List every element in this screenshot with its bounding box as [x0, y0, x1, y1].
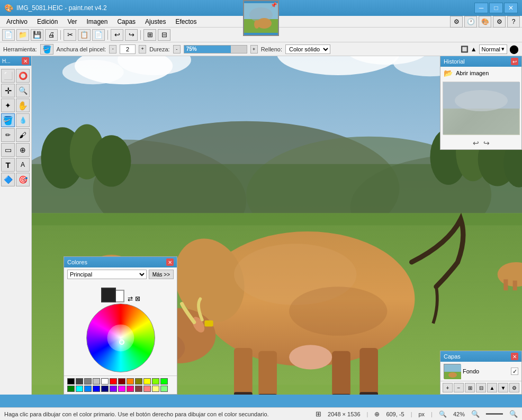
- gear2-icon[interactable]: ⚙: [493, 16, 506, 28]
- swatch-red[interactable]: [110, 378, 117, 385]
- menu-imagen[interactable]: Imagen: [82, 17, 112, 26]
- pan-tool[interactable]: ✋: [16, 99, 30, 112]
- swatch-dred[interactable]: [118, 378, 125, 385]
- brush-size-decrease[interactable]: -: [109, 45, 116, 53]
- paste-button[interactable]: 📄: [92, 29, 105, 41]
- swap-colors-icon[interactable]: ⇄: [128, 295, 133, 302]
- swatch-lgray[interactable]: [93, 378, 100, 385]
- foreground-color[interactable]: [101, 288, 116, 302]
- layer-settings-button[interactable]: ⚙: [509, 383, 519, 392]
- swatch-cyan[interactable]: [76, 386, 83, 392]
- duplicate-layer-button[interactable]: ⊞: [465, 383, 475, 392]
- text-tool[interactable]: T: [1, 158, 15, 172]
- cut-button[interactable]: ✂: [64, 29, 76, 41]
- menu-edicion[interactable]: Edición: [33, 17, 62, 26]
- magic-wand-tool[interactable]: ✦: [1, 99, 15, 112]
- menu-archivo[interactable]: Archivo: [2, 17, 32, 26]
- resize-button[interactable]: ⊟: [158, 29, 170, 41]
- clock-icon[interactable]: 🕐: [464, 16, 477, 28]
- undo-button[interactable]: ↩: [111, 29, 123, 41]
- save-button[interactable]: 💾: [31, 29, 43, 41]
- swatch-orange[interactable]: [127, 378, 134, 385]
- history-undo-button[interactable]: ↩: [473, 139, 479, 147]
- canvas-area[interactable]: Historial ↩ 📂 Abrir imagen ↩: [32, 56, 522, 395]
- history-redo-button[interactable]: ↪: [483, 139, 490, 147]
- minimize-button[interactable]: ─: [474, 3, 488, 13]
- zoom-in-btn[interactable]: 🔍: [509, 410, 518, 418]
- layer-down-button[interactable]: ▼: [498, 383, 508, 392]
- menu-ver[interactable]: Ver: [63, 17, 81, 26]
- swatch-dblue[interactable]: [93, 386, 100, 392]
- maximize-button[interactable]: □: [489, 3, 503, 13]
- swatch-green[interactable]: [160, 378, 168, 385]
- swatch-blue[interactable]: [84, 386, 92, 392]
- fontsize-tool[interactable]: A: [16, 158, 30, 172]
- color-wheel-icon[interactable]: 🎨: [479, 16, 491, 28]
- colors-channel-dropdown[interactable]: Principal: [67, 270, 147, 279]
- layer-item-fondo[interactable]: Fondo ✓: [440, 362, 521, 381]
- color-wheel[interactable]: [86, 303, 155, 372]
- history-item-open[interactable]: 📂 Abrir imagen: [440, 67, 521, 79]
- swatch-lgreenb[interactable]: [160, 386, 168, 392]
- hardness-bar[interactable]: 75%: [184, 45, 247, 53]
- colors-close-button[interactable]: ✕: [166, 258, 174, 266]
- swatch-magenta[interactable]: [118, 386, 125, 392]
- swatch-navy[interactable]: [101, 386, 109, 392]
- add-layer-button[interactable]: +: [443, 383, 453, 392]
- swatch-gray[interactable]: [84, 378, 92, 385]
- zoom-tool[interactable]: 🔍: [16, 84, 30, 97]
- swatch-black[interactable]: [67, 378, 75, 385]
- open-button[interactable]: 📁: [16, 29, 29, 41]
- brush-size-increase[interactable]: +: [139, 45, 146, 53]
- color-picker-tool[interactable]: 💧: [16, 113, 30, 127]
- layer-up-button[interactable]: ▲: [487, 383, 497, 392]
- paintbrush-tool[interactable]: 🖌: [16, 128, 30, 142]
- history-close-button[interactable]: ↩: [511, 58, 518, 65]
- menu-efectos[interactable]: Efectos: [171, 17, 201, 26]
- reset-colors-icon[interactable]: ⊠: [135, 295, 140, 302]
- move-tool[interactable]: ✛: [1, 84, 15, 97]
- layers-close-button[interactable]: ✕: [511, 353, 518, 360]
- menu-capas[interactable]: Capas: [113, 17, 140, 26]
- rect-select-tool[interactable]: ⬜: [1, 69, 15, 83]
- swatch-purple[interactable]: [110, 386, 117, 392]
- new-file-button[interactable]: 📄: [2, 29, 15, 41]
- menu-ajustes[interactable]: Ajustes: [141, 17, 170, 26]
- settings-icon[interactable]: ⚙: [450, 16, 463, 28]
- copy-button[interactable]: 📋: [78, 29, 91, 41]
- swatch-lyellow[interactable]: [152, 386, 159, 392]
- close-button[interactable]: ✕: [504, 3, 518, 13]
- swatch-white[interactable]: [101, 378, 109, 385]
- swatch-yellow[interactable]: [143, 378, 151, 385]
- swatch-dgray[interactable]: [76, 378, 83, 385]
- hardness-decrease[interactable]: -: [173, 45, 181, 53]
- help-icon[interactable]: ?: [507, 16, 520, 28]
- clone-tool[interactable]: ⊕: [16, 143, 30, 157]
- swatch-lgreen[interactable]: [152, 378, 159, 385]
- delete-layer-button[interactable]: −: [454, 383, 464, 392]
- lasso-tool[interactable]: ⭕: [16, 69, 30, 83]
- swatch-pink[interactable]: [127, 386, 134, 392]
- zoom-out-btn[interactable]: 🔍: [471, 410, 480, 418]
- swatch-dgreen[interactable]: [67, 386, 75, 392]
- eraser-tool[interactable]: ▭: [1, 143, 15, 157]
- merge-layer-button[interactable]: ⊟: [476, 383, 486, 392]
- hardness-increase[interactable]: +: [250, 45, 258, 53]
- extra-tool[interactable]: 🎯: [16, 173, 30, 186]
- print-button[interactable]: 🖨: [45, 29, 58, 41]
- toolbox-close-button[interactable]: ✕: [22, 57, 29, 65]
- fill-dropdown[interactable]: Color sólido: [285, 44, 330, 54]
- swatch-olive[interactable]: [135, 378, 142, 385]
- blend-mode-dropdown[interactable]: Normal ▾: [479, 44, 507, 54]
- swatch-brown[interactable]: [135, 386, 142, 392]
- paint-bucket-tool[interactable]: 🪣: [1, 113, 15, 127]
- swatch-salmon[interactable]: [143, 386, 151, 392]
- pencil-tool[interactable]: ✏: [1, 128, 15, 142]
- zoom-slider[interactable]: ━━━━: [486, 410, 503, 418]
- shapes-tool[interactable]: 🔷: [1, 173, 15, 186]
- brush-size-input[interactable]: [120, 44, 136, 54]
- redo-button[interactable]: ↪: [125, 29, 138, 41]
- colors-more-button[interactable]: Más >>: [149, 270, 174, 279]
- layer-visibility-checkbox[interactable]: ✓: [511, 368, 518, 375]
- crop-button[interactable]: ⊞: [143, 29, 156, 41]
